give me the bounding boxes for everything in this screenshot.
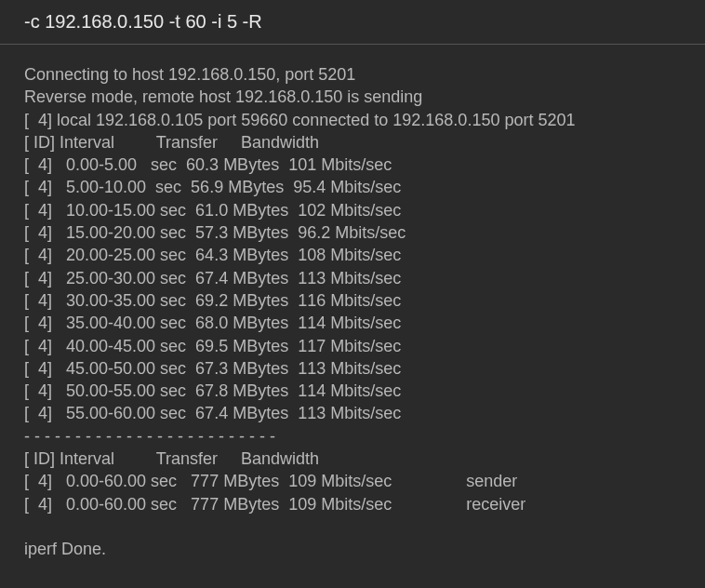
command-input[interactable]: -c 192.168.0.150 -t 60 -i 5 -R — [0, 0, 705, 45]
terminal-output: Connecting to host 192.168.0.150, port 5… — [0, 45, 705, 580]
